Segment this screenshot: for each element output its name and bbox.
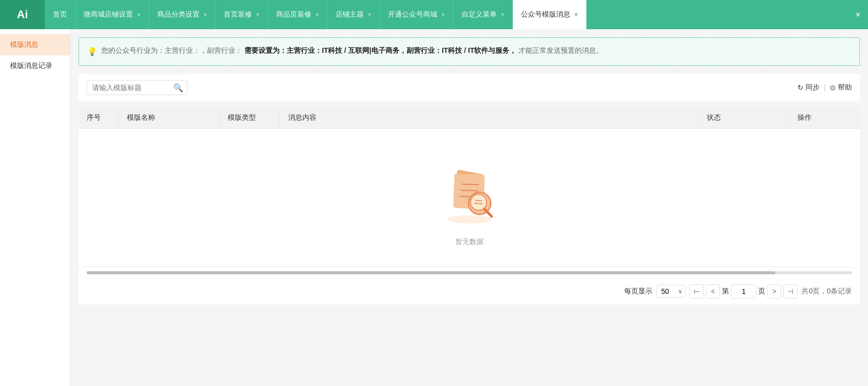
page-size-select[interactable]: 10 20 50 100 xyxy=(656,285,686,298)
prev-page-button[interactable]: < xyxy=(706,284,720,298)
sidebar-item-template-msg-record[interactable]: 模版消息记录 xyxy=(0,55,70,76)
table-header: 序号 模版名称 模版类型 消息内容 状态 操作 xyxy=(79,107,860,129)
page-label-before: 第 xyxy=(722,287,729,296)
page-label-after: 页 xyxy=(758,287,765,296)
help-icon: ⊙ xyxy=(830,84,836,92)
alert-box: 💡 您的公众号行业为：主营行业：，副营行业： 需要设置为：主营行业：IT科技 /… xyxy=(79,37,860,66)
svg-point-5 xyxy=(471,194,487,210)
nav-tab-shop-theme[interactable]: 店铺主题 × xyxy=(327,0,380,29)
nav-tab-custom-menu[interactable]: 自定义菜单 × xyxy=(453,0,513,29)
col-index: 序号 xyxy=(79,107,119,128)
svg-line-2 xyxy=(461,190,478,191)
alert-text: 您的公众号行业为：主营行业：，副营行业： 需要设置为：主营行业：IT科技 / 互… xyxy=(101,45,603,56)
sync-button[interactable]: ↻ 同步 xyxy=(797,83,820,92)
sync-icon: ↻ xyxy=(797,84,804,92)
horizontal-scrollbar[interactable] xyxy=(87,271,852,274)
first-page-button[interactable]: ⊢ xyxy=(690,284,704,298)
search-area: 🔍 ↻ 同步 | ⊙ 帮助 xyxy=(79,74,860,101)
svg-point-0 xyxy=(447,215,492,223)
alert-highlight: 需要设置为：主营行业：IT科技 / 互联网|电子商务，副营行业：IT科技 / I… xyxy=(244,46,517,54)
close-tab-shop-theme[interactable]: × xyxy=(368,11,371,18)
horizontal-scrollbar-area[interactable] xyxy=(79,267,860,278)
help-label: 帮助 xyxy=(838,83,852,92)
nav-tab-home-decor[interactable]: 首页装修 × xyxy=(216,0,268,29)
nav-tab-shop-setting[interactable]: 微商城店铺设置 × xyxy=(76,0,149,29)
col-status: 状态 xyxy=(699,107,789,128)
nav-tab-product-decor[interactable]: 商品页装修 × xyxy=(268,0,327,29)
col-name: 模版名称 xyxy=(119,107,220,128)
content-area: 💡 您的公众号行业为：主营行业：，副营行业： 需要设置为：主营行业：IT科技 /… xyxy=(71,29,868,386)
close-tab-product-decor[interactable]: × xyxy=(315,11,319,18)
page-number-input[interactable] xyxy=(731,284,756,298)
help-button[interactable]: ⊙ 帮助 xyxy=(830,83,852,92)
main-layout: 模版消息模版消息记录 💡 您的公众号行业为：主营行业：，副营行业： 需要设置为：… xyxy=(0,29,868,386)
divider: | xyxy=(824,84,826,92)
top-nav: Ai 首页微商城店铺设置 ×商品分类设置 ×首页装修 ×商品页装修 ×店铺主题 … xyxy=(0,0,868,29)
nav-tabs: 首页微商城店铺设置 ×商品分类设置 ×首页装修 ×商品页装修 ×店铺主题 ×开通… xyxy=(45,0,848,29)
close-tab-shop-setting[interactable]: × xyxy=(137,11,141,18)
page-size-select-wrapper[interactable]: 10 20 50 100 xyxy=(656,285,686,298)
page-nav: ⊢ < 第 页 > ⊣ xyxy=(690,284,797,298)
nav-tab-home[interactable]: 首页 xyxy=(45,0,76,29)
alert-prefix: 您的公众号行业为：主营行业：，副营行业： xyxy=(101,46,242,54)
search-input[interactable] xyxy=(87,80,187,95)
col-content: 消息内容 xyxy=(280,107,699,128)
empty-illustration xyxy=(434,159,505,229)
svg-line-7 xyxy=(476,200,482,201)
nav-tab-template-msg[interactable]: 公众号模版消息 × xyxy=(513,0,586,29)
alert-icon: 💡 xyxy=(87,45,97,58)
search-button[interactable]: 🔍 xyxy=(173,83,183,92)
close-tab-custom-menu[interactable]: × xyxy=(501,11,504,18)
nav-tab-open-mall[interactable]: 开通公众号商城 × xyxy=(380,0,453,29)
search-right: ↻ 同步 | ⊙ 帮助 xyxy=(797,83,852,92)
empty-state: 暂无数据 xyxy=(79,129,860,267)
col-type: 模版类型 xyxy=(220,107,280,128)
next-page-button[interactable]: > xyxy=(767,284,781,298)
page-total: 共0页，0条记录 xyxy=(802,287,852,296)
search-input-wrap: 🔍 xyxy=(87,80,187,95)
col-action: 操作 xyxy=(789,107,860,128)
search-left: 🔍 xyxy=(87,80,187,95)
alert-suffix: 才能正常发送预置的消息。 xyxy=(518,46,603,54)
close-all-button[interactable]: × xyxy=(848,0,868,29)
close-tab-home-decor[interactable]: × xyxy=(256,11,259,18)
empty-text: 暂无数据 xyxy=(455,238,484,247)
page-size-label: 每页显示 xyxy=(624,287,652,296)
nav-tab-category-setting[interactable]: 商品分类设置 × xyxy=(149,0,216,29)
logo: Ai xyxy=(0,0,45,29)
sidebar-item-template-msg[interactable]: 模版消息 xyxy=(0,34,70,55)
close-tab-template-msg[interactable]: × xyxy=(574,11,578,18)
scrollbar-thumb[interactable] xyxy=(87,271,775,274)
svg-line-8 xyxy=(475,203,482,204)
svg-line-1 xyxy=(462,184,479,185)
sync-label: 同步 xyxy=(806,83,820,92)
data-table: 序号 模版名称 模版类型 消息内容 状态 操作 xyxy=(79,107,860,304)
close-tab-open-mall[interactable]: × xyxy=(441,11,445,18)
pagination: 每页显示 10 20 50 100 ⊢ < 第 页 > ⊣ xyxy=(79,278,860,304)
last-page-button[interactable]: ⊣ xyxy=(783,284,797,298)
sidebar: 模版消息模版消息记录 xyxy=(0,29,71,386)
close-tab-category-setting[interactable]: × xyxy=(204,11,207,18)
